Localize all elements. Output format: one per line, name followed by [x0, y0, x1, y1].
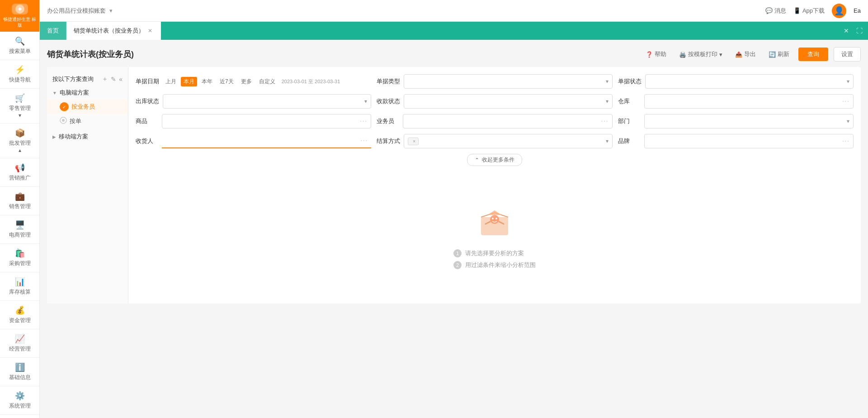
scheme-group-pc-header[interactable]: ▼ 电脑端方案 — [47, 86, 128, 100]
collapse-bar: ⌃ 收起更多条件 — [136, 154, 854, 166]
help-label: 帮助 — [655, 50, 666, 58]
tab-close-window-icon[interactable]: ✕ — [842, 25, 851, 36]
page-title: 销货单统计表(按业务员) — [47, 49, 134, 60]
date-tab-custom[interactable]: 自定义 — [256, 77, 278, 86]
scheme-group-mobile: ▶ 移动端方案 — [47, 130, 128, 143]
export-btn[interactable]: 📤 导出 — [731, 48, 760, 60]
payment-status-control[interactable]: ▾ — [404, 94, 612, 109]
sidebar-item-purchase[interactable]: 🛍️ 采购管理 — [0, 244, 39, 272]
doc-status-arrow-icon: ▾ — [847, 78, 849, 85]
warehouse-label: 仓库 — [618, 97, 641, 105]
scheme-item-order-label: 按单 — [70, 117, 81, 125]
sidebar-item-basic-info[interactable]: ℹ️ 基础信息 — [0, 358, 39, 386]
settings-btn[interactable]: 设置 — [834, 47, 861, 62]
operations-icon: 📈 — [15, 334, 25, 344]
scheme-item-salesperson[interactable]: ✓ 按业务员 — [47, 100, 128, 114]
svg-point-5 — [492, 218, 494, 219]
collapse-btn[interactable]: ⌃ 收起更多条件 — [467, 154, 522, 166]
sidebar-item-enterprise[interactable]: 🤝 企业协同 — [0, 415, 39, 418]
scheme-item-order-icon — [60, 117, 67, 125]
sidebar-item-sales[interactable]: 💼 销售管理 — [0, 187, 39, 215]
page-header: 销货单统计表(按业务员) ❓ 帮助 🖨️ 按模板打印 ▾ 📤 导出 🔄 刷 — [47, 47, 861, 62]
settlement-control[interactable]: × ▾ — [404, 134, 612, 148]
user-avatar[interactable]: 👤 — [832, 4, 846, 18]
help-btn[interactable]: ❓ 帮助 — [642, 48, 670, 60]
scheme-group-mobile-header[interactable]: ▶ 移动端方案 — [47, 130, 128, 143]
refresh-label: 刷新 — [778, 50, 789, 58]
ecommerce-icon: 🖥️ — [15, 220, 25, 230]
sidebar-item-marketing-label: 营销推广 — [9, 174, 31, 182]
filter-item-warehouse: 仓库 ··· — [618, 94, 854, 109]
app-download-icon: 📱 — [793, 7, 801, 14]
scheme-item-order[interactable]: 按单 — [47, 114, 128, 128]
department-control[interactable]: ▾ — [644, 114, 854, 128]
print-icon: 🖨️ — [679, 51, 686, 58]
app-download-btn[interactable]: 📱 App下载 — [793, 7, 825, 15]
sidebar-item-search[interactable]: 🔍 搜索菜单 — [0, 32, 39, 60]
date-tab-current-month[interactable]: 本月 — [181, 77, 197, 86]
scheme-item-salesperson-label: 按业务员 — [71, 103, 95, 111]
filter-item-doc-type: 单据类型 ▾ — [377, 74, 612, 89]
sidebar-item-finance[interactable]: 💰 资金管理 — [0, 301, 39, 329]
sidebar-item-system-label: 系统管理 — [9, 402, 31, 410]
sidebar-item-quick-nav[interactable]: ⚡ 快捷导航 — [0, 60, 39, 89]
goods-label: 商品 — [136, 117, 158, 125]
message-label: 消息 — [774, 7, 786, 15]
sidebar-item-sales-label: 销售管理 — [9, 203, 31, 210]
salesperson-control[interactable]: ··· — [403, 114, 612, 128]
breadcrumb-dropdown-icon[interactable]: ▾ — [109, 7, 113, 14]
brand-control[interactable]: ··· — [644, 134, 854, 148]
scheme-add-icon[interactable]: ＋ — [102, 75, 108, 83]
tab-sales-stat[interactable]: 销货单统计表（按业务员） ✕ — [66, 22, 161, 40]
brand-label: 品牌 — [618, 137, 641, 145]
goods-control[interactable]: ··· — [162, 114, 371, 128]
filter-item-department: 部门 ▾ — [618, 114, 854, 128]
scheme-edit-icon[interactable]: ✎ — [111, 76, 116, 83]
page-actions: ❓ 帮助 🖨️ 按模板打印 ▾ 📤 导出 🔄 刷新 查询 设置 — [642, 47, 861, 62]
sidebar-item-system[interactable]: ⚙️ 系统管理 — [0, 386, 39, 415]
filter-item-consignee: 收货人 ··· — [136, 134, 371, 148]
sidebar-item-retail-label: 零售管理 — [9, 104, 31, 112]
department-arrow-icon: ▾ — [847, 118, 849, 124]
doc-type-control[interactable]: ▾ — [404, 74, 612, 89]
tab-maximize-icon[interactable]: ⛶ — [854, 25, 864, 36]
sidebar-item-wholesale[interactable]: 📦 批发管理 ▴ — [0, 124, 39, 158]
refresh-btn[interactable]: 🔄 刷新 — [765, 48, 793, 60]
doc-status-control[interactable]: ▾ — [645, 74, 854, 89]
sidebar-logo: 畅捷通好生意 标版 — [0, 0, 40, 32]
svg-point-4 — [490, 215, 499, 224]
home-tab-label: 首页 — [47, 27, 59, 35]
tab-close-icon[interactable]: ✕ — [147, 27, 153, 35]
basic-info-icon: ℹ️ — [15, 362, 25, 372]
empty-tips: 1 请先选择要分析的方案 2 用过滤条件来缩小分析范围 — [453, 249, 536, 269]
settlement-arrow-icon: ▾ — [606, 138, 609, 144]
sidebar-item-retail[interactable]: 🛒 零售管理 ▾ — [0, 89, 39, 124]
sidebar-item-quick-nav-label: 快捷导航 — [9, 76, 31, 84]
out-status-arrow-icon: ▾ — [364, 98, 367, 104]
top-bar-right: 💬 消息 📱 App下载 👤 Ea — [765, 4, 861, 18]
message-btn[interactable]: 💬 消息 — [765, 7, 786, 15]
sidebar-item-inventory[interactable]: 📊 库存核算 — [0, 272, 39, 301]
collapse-icon: ⌃ — [475, 157, 479, 163]
date-tab-current-year[interactable]: 本年 — [199, 77, 215, 86]
consignee-control[interactable]: ··· — [162, 134, 371, 148]
tip-text-1: 请先选择要分析的方案 — [465, 249, 524, 257]
sidebar-item-marketing[interactable]: 📢 营销推广 — [0, 158, 39, 187]
filter-item-date: 单据日期 上月 本月 本年 近7天 更多 自定义 2023-03-01 至 20… — [136, 74, 371, 89]
settlement-tag-close[interactable]: × — [413, 139, 415, 144]
sidebar-item-ecommerce[interactable]: 🖥️ 电商管理 — [0, 215, 39, 244]
scheme-collapse-icon[interactable]: « — [119, 76, 123, 83]
sales-stat-tab-label: 销货单统计表（按业务员） — [74, 27, 144, 35]
out-status-control[interactable]: ▾ — [163, 94, 371, 109]
query-btn[interactable]: 查询 — [798, 48, 828, 61]
tab-home[interactable]: 首页 — [40, 22, 66, 40]
sidebar-item-operations[interactable]: 📈 经营管理 — [0, 329, 39, 358]
scheme-panel-title: 按以下方案查询 — [52, 75, 94, 83]
department-label: 部门 — [618, 117, 641, 125]
print-btn[interactable]: 🖨️ 按模板打印 ▾ — [675, 48, 726, 60]
date-tab-last-month[interactable]: 上月 — [163, 77, 179, 86]
filter-row-4: 收货人 ··· 结算方式 × — [136, 134, 854, 148]
warehouse-control[interactable]: ··· — [644, 94, 854, 109]
date-tab-7days[interactable]: 近7天 — [217, 77, 236, 86]
date-tab-more[interactable]: 更多 — [238, 77, 255, 86]
